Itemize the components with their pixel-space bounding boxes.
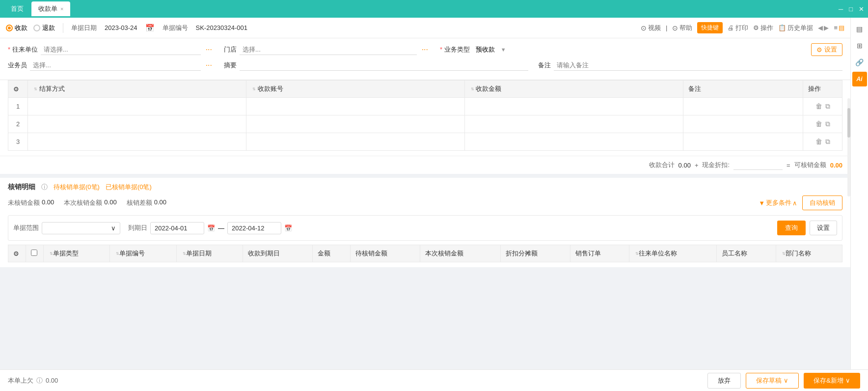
- date-to-input[interactable]: [227, 222, 281, 234]
- query-btn[interactable]: 查询: [777, 221, 806, 235]
- row-num-1: 1: [8, 98, 28, 115]
- copy-icon-1[interactable]: ⧉: [825, 102, 830, 111]
- tab-receipt[interactable]: 收款单 ×: [31, 1, 70, 16]
- btcol-amount: 金额: [312, 245, 351, 262]
- history-btn[interactable]: 📋 历史单据: [778, 24, 813, 32]
- radio-refund[interactable]: 退款: [33, 24, 55, 32]
- date-label: 单据日期: [71, 24, 97, 32]
- minimize-btn[interactable]: ─: [839, 5, 843, 13]
- summary-row: 收款合计 0.00 + 现金折扣: = 可核销金额 0.00: [0, 156, 850, 174]
- tab-home[interactable]: 首页: [4, 1, 30, 16]
- remark-input[interactable]: [554, 60, 842, 71]
- video-btn[interactable]: ⊙ 视频: [641, 24, 661, 32]
- radio-refund-label: 退款: [42, 24, 55, 32]
- cell-settlement-3[interactable]: [28, 133, 246, 151]
- cell-remark-3[interactable]: [683, 133, 803, 151]
- more-filter-btn[interactable]: ▼ 更多条件 ∧: [759, 198, 797, 207]
- completed-tab[interactable]: 已核销单据(0笔): [106, 183, 152, 192]
- cell-settlement-1[interactable]: [28, 98, 246, 115]
- print-btn[interactable]: 🖨 打印: [728, 24, 748, 32]
- cell-account-2[interactable]: [246, 115, 464, 133]
- cell-amount-3[interactable]: [464, 133, 683, 151]
- footer: 本单上欠 ⓘ 0.00 放弃 保存草稿 ∨ 保存&新增 ∨: [0, 369, 868, 391]
- col-settings[interactable]: ⚙: [8, 81, 28, 98]
- delete-icon-3[interactable]: 🗑: [815, 138, 822, 146]
- biz-type-dropdown[interactable]: ▼: [501, 47, 506, 53]
- save-draft-btn[interactable]: 保存草稿 ∨: [746, 373, 799, 389]
- date-picker-icon[interactable]: 📅: [145, 24, 155, 32]
- bottom-table: ⚙ ⇅单据类型 ⇅单据编号 ⇅单据日期 收款到期日 金额 待核销金额 本次核销金…: [8, 245, 842, 262]
- list-view-btn[interactable]: ≡: [834, 24, 838, 31]
- footer-total-label: 本单上欠: [8, 376, 33, 385]
- biz-type-field: * 业务类型 预收款 ▼ ⚙ 设置: [440, 43, 842, 56]
- date-from-input[interactable]: [150, 222, 204, 234]
- video-icon: ⊙: [641, 24, 647, 32]
- cell-amount-1[interactable]: [464, 98, 683, 115]
- cell-remark-1[interactable]: [683, 98, 803, 115]
- cal-icon-to[interactable]: 📅: [284, 224, 292, 232]
- table-settings-btn[interactable]: 设置: [810, 221, 837, 235]
- current-stat: 本次核销金额 0.00: [64, 198, 116, 207]
- btcol-due-date: 收款到期日: [243, 245, 312, 262]
- help-btn[interactable]: ⊙ 帮助: [672, 24, 692, 32]
- writeoff-info-icon[interactable]: ⓘ: [41, 183, 48, 192]
- action-btn[interactable]: ⚙ 操作: [753, 24, 773, 32]
- btcol-settings[interactable]: ⚙: [8, 245, 26, 262]
- toolbar: 收款 退款 单据日期 2023-03-24 📅 单据编号 SK-20230324…: [0, 18, 850, 38]
- close-btn[interactable]: ✕: [859, 5, 864, 13]
- cell-account-1[interactable]: [246, 98, 464, 115]
- delete-icon-2[interactable]: 🗑: [815, 120, 822, 128]
- filter-icon: ▼: [759, 199, 765, 207]
- grid-view-btn[interactable]: ▤: [839, 24, 844, 31]
- total-label: 收款合计: [649, 161, 675, 169]
- next-arrow[interactable]: ▶: [824, 24, 829, 31]
- staff-input[interactable]: [30, 60, 201, 71]
- sidebar-link-icon[interactable]: 🔗: [852, 55, 867, 70]
- cal-icon-from[interactable]: 📅: [207, 224, 215, 232]
- abstract-label: 摘要: [224, 61, 237, 70]
- partner-more-btn[interactable]: ···: [204, 45, 214, 54]
- abstract-input[interactable]: [240, 60, 528, 71]
- save-new-btn[interactable]: 保存&新增 ∨: [804, 373, 860, 389]
- btcol-doc-num: ⇅单据编号: [110, 245, 176, 262]
- scroll-track[interactable]: [847, 98, 850, 196]
- select-all-checkbox[interactable]: [31, 250, 37, 256]
- partner-input[interactable]: [41, 44, 201, 55]
- shop-more-btn[interactable]: ···: [420, 45, 430, 54]
- copy-icon-2[interactable]: ⧉: [825, 120, 830, 128]
- table-row: 3 🗑 ⧉: [8, 133, 842, 151]
- cell-remark-2[interactable]: [683, 115, 803, 133]
- staff-more-btn[interactable]: ···: [204, 61, 214, 70]
- shop-input[interactable]: [240, 44, 417, 55]
- date-separator: —: [218, 224, 224, 232]
- col-amount: ⇅ 收款金额: [464, 81, 683, 98]
- sidebar-grid-icon[interactable]: ⊞: [852, 38, 867, 53]
- tab-close-btn[interactable]: ×: [60, 6, 63, 12]
- copy-icon-3[interactable]: ⧉: [825, 138, 830, 146]
- col-account: ⇅ 收款账号: [246, 81, 464, 98]
- maximize-btn[interactable]: □: [849, 5, 853, 13]
- sidebar-ai-icon[interactable]: Ai: [852, 72, 867, 86]
- sidebar-table-icon[interactable]: ▤: [852, 22, 867, 36]
- shortcut-btn[interactable]: 快捷键: [697, 22, 723, 33]
- radio-receipt[interactable]: 收款: [6, 24, 27, 32]
- shop-field: 门店 ···: [224, 44, 430, 55]
- btcol-checkbox[interactable]: [26, 245, 44, 262]
- settings-btn[interactable]: ⚙ 设置: [811, 43, 842, 56]
- scroll-thumb[interactable]: [847, 108, 850, 138]
- abandon-btn[interactable]: 放弃: [707, 373, 741, 389]
- footer-info-icon[interactable]: ⓘ: [36, 376, 43, 385]
- writeoff-section: 核销明细 ⓘ 待核销单据(0笔) 已核销单据(0笔) 未核销金额 0.00 本次…: [0, 178, 850, 267]
- discount-input[interactable]: [733, 160, 783, 170]
- cell-settlement-2[interactable]: [28, 115, 246, 133]
- pending-tab[interactable]: 待核销单据(0笔): [54, 183, 100, 192]
- prev-arrow[interactable]: ◀: [818, 24, 823, 31]
- net-value: 0.00: [830, 162, 842, 169]
- auto-writeoff-btn[interactable]: 自动核销: [802, 196, 842, 210]
- range-dropdown[interactable]: ∨: [42, 222, 120, 234]
- delete-icon-1[interactable]: 🗑: [815, 102, 822, 111]
- cell-amount-2[interactable]: [464, 115, 683, 133]
- cell-account-3[interactable]: [246, 133, 464, 151]
- action-icon: ⚙: [753, 24, 759, 31]
- toolbar-divider: [63, 23, 63, 33]
